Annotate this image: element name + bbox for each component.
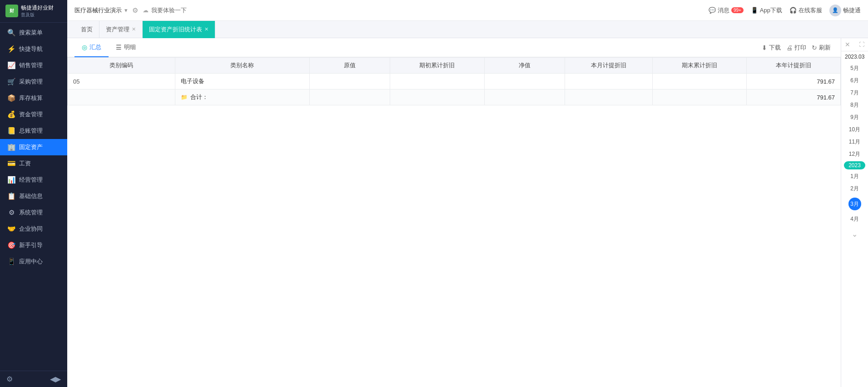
message-btn[interactable]: 💬 消息 99+ — [709, 6, 744, 15]
sidebar-item-finance[interactable]: 💰 资金管理 — [0, 106, 67, 123]
company-dropdown-arrow: ▾ — [124, 7, 128, 14]
app-center-icon: 📱 — [7, 258, 15, 266]
inner-tab-summary-label: 汇总 — [89, 43, 101, 51]
date-month-8[interactable]: 8月 — [841, 99, 868, 111]
inner-tab-summary[interactable]: ◎ 汇总 — [74, 38, 109, 57]
panel-expand-icon[interactable]: ⛶ — [859, 41, 864, 48]
sidebar: 财 畅捷通好业财 普及版 🔍 搜索菜单 ⚡ 快捷导航 📈 销售管理 🛒 采购管理… — [0, 0, 67, 387]
tab-depreciation[interactable]: 固定资产折旧统计表 ✕ — [143, 21, 215, 38]
inner-tab-detail[interactable]: ☰ 明细 — [109, 38, 143, 57]
sidebar-item-ledger[interactable]: 📒 总账管理 — [0, 123, 67, 139]
sidebar-item-fixed-assets[interactable]: 🏢 固定资产 — [0, 139, 67, 155]
sidebar-item-label: 工资 — [19, 159, 31, 168]
sidebar-item-label: 资金管理 — [19, 110, 43, 119]
sidebar-item-base-info[interactable]: 📋 基础信息 — [0, 188, 67, 204]
sidebar-item-search[interactable]: 🔍 搜索菜单 — [0, 25, 67, 41]
ledger-icon: 📒 — [7, 127, 15, 135]
sidebar-nav: 🔍 搜索菜单 ⚡ 快捷导航 📈 销售管理 🛒 采购管理 📦 库存核算 💰 资金管… — [0, 23, 67, 371]
panel-close-icon[interactable]: ✕ — [845, 41, 850, 48]
logo-icon: 财 — [5, 5, 18, 17]
topbar: 医疗器械行业演示 ▾ ⚙ ☁ 我要体验一下 💬 消息 99+ 📱 App下载 🎧… — [67, 0, 868, 21]
company-selector[interactable]: 医疗器械行业演示 ▾ — [74, 6, 128, 15]
sidebar-item-inventory[interactable]: 📦 库存核算 — [0, 90, 67, 106]
header-original: 原值 — [309, 58, 390, 74]
date-month-6[interactable]: 6月 — [841, 74, 868, 87]
print-icon: 🖨 — [786, 44, 793, 51]
avatar: 👤 — [829, 5, 841, 16]
sidebar-item-label: 基础信息 — [19, 192, 43, 200]
online-service-btn[interactable]: 🎧 在线客服 — [789, 6, 822, 15]
company-name: 医疗器械行业演示 — [74, 6, 122, 15]
date-month-4[interactable]: 4月 — [841, 213, 868, 225]
sidebar-item-label: 系统管理 — [19, 208, 43, 217]
settings-gear-icon[interactable]: ⚙ — [132, 6, 138, 15]
sidebar-item-system[interactable]: ⚙ 系统管理 — [0, 204, 67, 221]
print-btn[interactable]: 🖨 打印 — [784, 42, 809, 53]
summary-icon-cell — [68, 89, 175, 105]
quick-nav-icon: ⚡ — [7, 45, 15, 53]
header-category-name: 类别名称 — [175, 58, 309, 74]
row-original — [309, 74, 390, 89]
download-icon: ⬇ — [762, 44, 767, 51]
experience-label: 我要体验一下 — [151, 6, 187, 15]
collapse-icon[interactable]: ◀▶ — [50, 375, 61, 383]
summary-net — [484, 89, 565, 105]
date-month-11[interactable]: 11月 — [841, 136, 868, 148]
sidebar-item-label: 新手引导 — [19, 241, 43, 249]
tab-asset-mgmt[interactable]: 资产管理 ✕ — [99, 21, 143, 38]
tab-asset-mgmt-close[interactable]: ✕ — [132, 26, 136, 32]
service-label: 在线客服 — [799, 6, 822, 15]
date-month-12[interactable]: 12月 — [841, 148, 868, 160]
sidebar-item-app-center[interactable]: 📱 应用中心 — [0, 253, 67, 270]
tab-home[interactable]: 首页 — [74, 21, 99, 38]
refresh-icon: ↻ — [812, 44, 817, 51]
sidebar-item-enterprise[interactable]: 🤝 企业协同 — [0, 221, 67, 237]
message-badge: 99+ — [731, 7, 744, 13]
row-code: 05 — [68, 74, 175, 89]
inventory-icon: 📦 — [7, 94, 15, 102]
main-content: 医疗器械行业演示 ▾ ⚙ ☁ 我要体验一下 💬 消息 99+ 📱 App下载 🎧… — [67, 0, 868, 387]
date-month-2[interactable]: 2月 — [841, 183, 868, 195]
panel-down-arrow[interactable]: ⌄ — [849, 229, 860, 239]
tab-depreciation-close[interactable]: ✕ — [204, 26, 208, 32]
download-btn[interactable]: ⬇ 下载 — [759, 42, 784, 53]
sidebar-item-sales[interactable]: 📈 销售管理 — [0, 57, 67, 74]
fixed-assets-icon: 🏢 — [7, 143, 15, 151]
refresh-btn[interactable]: ↻ 刷新 — [809, 42, 833, 53]
cloud-icon: ☁ — [143, 7, 149, 14]
sidebar-item-operations[interactable]: 📊 经营管理 — [0, 172, 67, 188]
user-profile[interactable]: 👤 畅捷通 — [829, 5, 861, 16]
header-period-end: 期末累计折旧 — [652, 58, 746, 74]
date-month-9[interactable]: 9月 — [841, 111, 868, 124]
date-panel-header: ✕ ⛶ — [841, 38, 868, 51]
date-month-3-active[interactable]: 3月 — [848, 198, 861, 210]
date-month-1[interactable]: 1月 — [841, 170, 868, 183]
tab-home-label: 首页 — [81, 25, 93, 34]
date-month-10[interactable]: 10月 — [841, 124, 868, 136]
experience-btn[interactable]: ☁ 我要体验一下 — [143, 6, 187, 15]
sidebar-item-label: 固定资产 — [19, 143, 43, 151]
row-period-end — [652, 74, 746, 89]
inner-tabs: ◎ 汇总 ☰ 明细 ⬇ 下载 🖨 打印 ↻ — [67, 38, 841, 57]
depreciation-table: 类别编码 类别名称 原值 期初累计折旧 净值 本月计提折旧 期末累计折旧 本年计… — [67, 57, 841, 105]
sidebar-item-guide[interactable]: 🎯 新手引导 — [0, 237, 67, 253]
sidebar-item-quick-nav[interactable]: ⚡ 快捷导航 — [0, 41, 67, 57]
settings-icon[interactable]: ⚙ — [6, 375, 13, 383]
download-icon: 📱 — [751, 7, 758, 14]
date-month-7[interactable]: 7月 — [841, 87, 868, 99]
sidebar-item-label: 搜索菜单 — [19, 29, 43, 37]
finance-icon: 💰 — [7, 110, 15, 119]
summary-period-end — [652, 89, 746, 105]
app-download-btn[interactable]: 📱 App下载 — [751, 6, 782, 15]
date-month-5[interactable]: 5月 — [841, 62, 868, 74]
tab-depreciation-label: 固定资产折旧统计表 — [149, 25, 202, 34]
refresh-label: 刷新 — [819, 44, 831, 52]
sidebar-item-label: 总账管理 — [19, 127, 43, 135]
year-badge[interactable]: 2023 — [844, 161, 865, 169]
content-area: ◎ 汇总 ☰ 明细 ⬇ 下载 🖨 打印 ↻ — [67, 38, 868, 387]
sidebar-item-purchase[interactable]: 🛒 采购管理 — [0, 74, 67, 90]
download-label: 下载 — [769, 44, 781, 52]
sidebar-item-payroll[interactable]: 💳 工资 — [0, 155, 67, 172]
summary-month-dep — [565, 89, 652, 105]
topbar-right: 💬 消息 99+ 📱 App下载 🎧 在线客服 👤 畅捷通 — [709, 5, 861, 16]
